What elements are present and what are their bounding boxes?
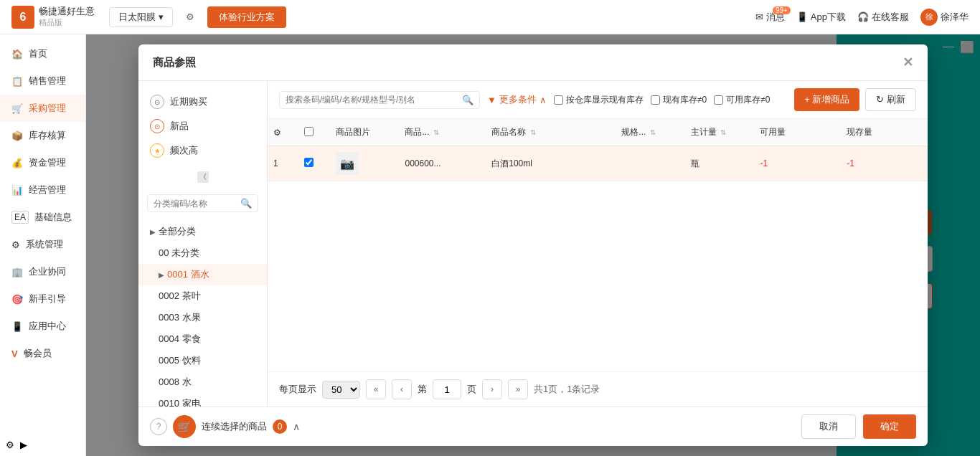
filter-icon: ▼ [487, 95, 496, 105]
sidebar-label-home: 首页 [29, 47, 47, 60]
sidebar-item-enterprise[interactable]: 🏢 企业协同 [0, 258, 85, 285]
page-number-input[interactable] [433, 379, 461, 399]
new-icon: ⊙ [150, 119, 164, 133]
page-size-select[interactable]: 50 [322, 381, 360, 399]
category-0008[interactable]: 0008 水 [138, 371, 267, 393]
settings-icon[interactable]: ⚙ [179, 6, 202, 29]
col-code[interactable]: 商品... ⇅ [399, 119, 486, 146]
refresh-table-button[interactable]: ↻ 刷新 [865, 88, 916, 111]
category-0004[interactable]: 0004 零食 [138, 328, 267, 350]
modal-close-button[interactable]: ✕ [903, 54, 913, 70]
col-name[interactable]: 商品名称 ⇅ [486, 119, 616, 146]
left-collapse-button[interactable]: 《 [197, 171, 209, 183]
sidebar-item-purchase[interactable]: 🛒 采购管理 [0, 95, 85, 122]
modal-overlay: 商品参照 ✕ ⊙ 近期购买 ⊙ 新品 [86, 34, 980, 456]
sidebar-item-system[interactable]: ⚙ 系统管理 [0, 231, 85, 258]
app-download-btn[interactable]: 📱 App下载 [796, 11, 846, 24]
category-0002[interactable]: 0002 茶叶 [138, 285, 267, 307]
quick-section: ⊙ 近期购买 ⊙ 新品 ★ 频次高 [138, 87, 267, 166]
sidebar-item-basics[interactable]: EA 基础信息 [0, 204, 85, 231]
next-page-button[interactable]: › [482, 379, 502, 399]
product-search-input[interactable] [286, 95, 459, 105]
confirm-button[interactable]: 确定 [863, 414, 916, 439]
sidebar-label-finance: 资金管理 [29, 156, 66, 169]
category-0002-label: 0002 茶叶 [159, 290, 201, 303]
quick-item-recent[interactable]: ⊙ 近期购买 [138, 90, 267, 114]
help-button[interactable]: ? [150, 418, 167, 435]
left-search-input[interactable] [154, 199, 237, 209]
messages-btn[interactable]: ✉ 消息 99+ [755, 11, 785, 24]
category-all[interactable]: ▶ 全部分类 [138, 221, 267, 242]
logo-sub: 精品版 [39, 17, 95, 28]
cell-seq: 1 [268, 146, 298, 181]
category-0001[interactable]: ▶ 0001 酒水 [138, 264, 267, 285]
stock-nonzero-checkbox-input[interactable] [651, 95, 660, 105]
cell-code: 000600... [399, 146, 486, 181]
product-search-box[interactable]: 🔍 [279, 91, 480, 109]
add-product-button[interactable]: + 新增商品 [794, 88, 859, 111]
category-0010[interactable]: 0010 家电 [138, 393, 267, 407]
cell-checkbox[interactable] [298, 146, 329, 181]
filter-actions: + 新增商品 ↻ 刷新 [794, 88, 916, 111]
checkbox-available-nonzero[interactable]: 可用库存≠0 [714, 94, 770, 106]
sidebar-label-sales: 销售管理 [29, 75, 66, 87]
cart-icon: 🛒 [173, 415, 196, 438]
sidebar-item-home[interactable]: 🏠 首页 [0, 40, 85, 67]
col-spec[interactable]: 规格... ⇅ [616, 119, 685, 146]
page-size-label: 每页显示 [279, 383, 316, 396]
category-all-label: 全部分类 [159, 225, 196, 238]
col-unit[interactable]: 主计量 ⇅ [685, 119, 755, 146]
sidebar-item-finance[interactable]: 💰 资金管理 [0, 149, 85, 176]
sidebar-item-operations[interactable]: 📊 经营管理 [0, 176, 85, 204]
quick-item-new[interactable]: ⊙ 新品 [138, 114, 267, 138]
sidebar-label-member: 畅会员 [24, 347, 52, 360]
sidebar-item-guide[interactable]: 🎯 新手引导 [0, 285, 85, 313]
last-page-button[interactable]: » [508, 379, 528, 399]
quick-item-frequent[interactable]: ★ 频次高 [138, 138, 267, 163]
cart-label: 连续选择的商品 [202, 420, 267, 433]
warehouse-checkbox-input[interactable] [554, 95, 563, 105]
row-checkbox[interactable] [304, 158, 314, 167]
category-00[interactable]: 00 未分类 [138, 242, 267, 264]
user-area[interactable]: 徐 徐泽华 [920, 9, 969, 26]
trial-button[interactable]: 体验行业方案 [207, 6, 286, 28]
sidebar-item-member[interactable]: V 畅会员 [0, 340, 85, 367]
table-row[interactable]: 1 📷 000600... 白酒100ml [268, 146, 928, 181]
category-0005[interactable]: 0005 饮料 [138, 350, 267, 371]
product-thumbnail: 📷 [336, 152, 359, 175]
cell-image: 📷 [330, 146, 400, 181]
sidebar-bottom-icon[interactable]: ⚙ [6, 440, 14, 450]
cart-collapse-button[interactable]: ∧ [293, 421, 300, 432]
category-0001-label: 0001 酒水 [167, 268, 209, 281]
sidebar-item-inventory[interactable]: 📦 库存核算 [0, 122, 85, 149]
system-icon: ⚙ [11, 239, 20, 250]
company-dropdown[interactable]: 日太阳膜 ▾ [109, 7, 173, 27]
more-conditions-btn[interactable]: ▼ 更多条件 ∧ [487, 93, 547, 106]
checkbox-stock-label: 现有库存≠0 [663, 94, 707, 106]
cancel-button[interactable]: 取消 [801, 414, 856, 439]
logo-name: 畅捷通好生意 [39, 6, 95, 17]
checkbox-warehouse[interactable]: 按仓库显示现有库存 [554, 94, 644, 106]
col-available: 可用量 [754, 119, 841, 146]
sidebar-item-sales[interactable]: 📋 销售管理 [0, 67, 85, 95]
select-all-checkbox[interactable] [304, 127, 314, 136]
online-service-btn[interactable]: 🎧 在线客服 [857, 11, 909, 24]
first-page-button[interactable]: « [366, 379, 386, 399]
home-icon: 🏠 [11, 49, 23, 60]
cell-unit: 瓶 [685, 146, 755, 181]
left-search-box[interactable]: 🔍 [147, 194, 258, 212]
col-code-sort: ⇅ [433, 128, 439, 136]
category-00-label: 00 未分类 [159, 247, 199, 260]
product-table: ⚙ 商品图片 商品... ⇅ [268, 119, 928, 181]
sidebar-bottom-arrow[interactable]: ▶ [20, 440, 27, 450]
category-tree: ▶ 全部分类 00 未分类 ▶ 0001 酒水 0002 茶 [138, 218, 267, 407]
sidebar-item-appcenter[interactable]: 📱 应用中心 [0, 313, 85, 340]
col-settings[interactable]: ⚙ [268, 119, 298, 146]
main-layout: 🏠 首页 📋 销售管理 🛒 采购管理 📦 库存核算 💰 资金管理 📊 经营管理 … [0, 34, 980, 456]
category-0001-arrow: ▶ [159, 271, 164, 279]
checkbox-stock-nonzero[interactable]: 现有库存≠0 [651, 94, 707, 106]
available-nonzero-checkbox-input[interactable] [714, 95, 723, 105]
prev-page-button[interactable]: ‹ [392, 379, 412, 399]
footer-actions: 取消 确定 [801, 414, 916, 439]
category-0003[interactable]: 0003 水果 [138, 307, 267, 328]
